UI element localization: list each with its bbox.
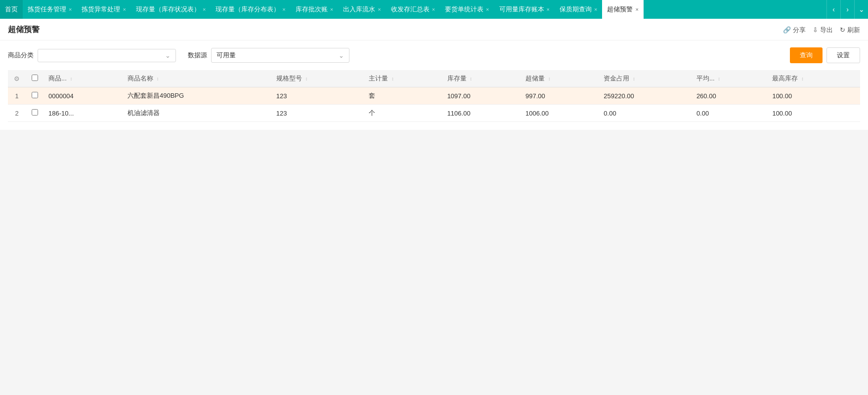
nav-quality[interactable]: 保质期查询 × bbox=[555, 0, 602, 19]
nav-close-icon[interactable]: × bbox=[282, 6, 285, 12]
row-capital: 259220.00 bbox=[599, 87, 692, 105]
nav-abnormal[interactable]: 拣货异常处理 × bbox=[77, 0, 130, 19]
nav-right-arrow[interactable]: › bbox=[840, 0, 854, 19]
category-label: 商品分类 bbox=[8, 51, 34, 60]
table-row: 1 0000004 六配套新昌490BPG 123 套 1097.00 997.… bbox=[8, 87, 860, 105]
row-checkbox-cell[interactable] bbox=[26, 87, 43, 105]
col-header-max: 最高库存 ↕ bbox=[767, 70, 860, 87]
share-icon: 🔗 bbox=[783, 26, 791, 34]
nav-overstock[interactable]: 超储预警 × bbox=[602, 0, 643, 19]
sort-icon[interactable]: ↕ bbox=[157, 76, 159, 81]
sort-icon[interactable]: ↕ bbox=[548, 76, 551, 81]
refresh-button[interactable]: ↻ 刷新 bbox=[840, 26, 860, 35]
nav-inout-flow-label: 出入库流水 bbox=[343, 5, 375, 14]
col-select-all[interactable] bbox=[26, 70, 43, 87]
col-settings[interactable]: ⚙ bbox=[8, 70, 26, 87]
nav-close-icon[interactable]: × bbox=[123, 6, 126, 12]
row-checkbox[interactable] bbox=[32, 109, 38, 116]
col-spec-label: 规格型号 bbox=[276, 75, 302, 82]
nav-close-icon[interactable]: × bbox=[330, 6, 333, 12]
nav-close-icon[interactable]: × bbox=[547, 6, 550, 12]
row-name: 机油滤清器 bbox=[123, 105, 271, 122]
nav-close-icon[interactable]: × bbox=[635, 6, 638, 12]
nav-batch[interactable]: 库存批次账 × bbox=[291, 0, 338, 19]
sort-icon[interactable]: ↕ bbox=[801, 76, 804, 81]
row-code: 186-10... bbox=[43, 105, 123, 122]
col-header-name: 商品名称 ↕ bbox=[123, 70, 271, 87]
nav-stock-dist[interactable]: 现存量（库存分布表） × bbox=[211, 0, 290, 19]
chevron-down-icon: ⌄ bbox=[165, 52, 171, 59]
nav-close-icon[interactable]: × bbox=[594, 6, 597, 12]
nav-inout-flow[interactable]: 出入库流水 × bbox=[338, 0, 386, 19]
row-unit: 套 bbox=[364, 87, 442, 105]
col-header-over: 超储量 ↕ bbox=[521, 70, 599, 87]
col-max-label: 最高库存 bbox=[772, 75, 798, 82]
table-wrapper: ⚙ 商品... ↕ 商品名称 ↕ 规格型号 ↕ bbox=[0, 70, 868, 130]
category-select[interactable]: ⌄ bbox=[38, 49, 176, 62]
nav-menu-arrow[interactable]: ⌄ bbox=[854, 0, 868, 19]
nav-scroll-arrows: ‹ › ⌄ bbox=[826, 0, 868, 19]
col-header-capital: 资金占用 ↕ bbox=[599, 70, 692, 87]
nav-home-label: 首页 bbox=[5, 5, 18, 14]
sort-icon[interactable]: ↕ bbox=[305, 76, 307, 81]
nav-left-arrow[interactable]: ‹ bbox=[826, 0, 840, 19]
col-header-stock: 库存量 ↕ bbox=[442, 70, 521, 87]
col-header-code: 商品... ↕ bbox=[43, 70, 123, 87]
export-button[interactable]: ⇩ 导出 bbox=[813, 26, 833, 35]
nav-demand[interactable]: 要货单统计表 × bbox=[440, 0, 494, 19]
col-over-label: 超储量 bbox=[525, 75, 545, 82]
datasource-filter: 数据源 可用量 ⌄ bbox=[188, 48, 349, 63]
row-capital: 0.00 bbox=[599, 105, 692, 122]
table-header: ⚙ 商品... ↕ 商品名称 ↕ 规格型号 ↕ bbox=[8, 70, 860, 87]
row-stock: 1106.00 bbox=[442, 105, 521, 122]
nav-home[interactable]: 首页 bbox=[0, 0, 23, 19]
query-button[interactable]: 查询 bbox=[790, 47, 823, 63]
sort-icon[interactable]: ↕ bbox=[391, 76, 394, 81]
sort-icon[interactable]: ↕ bbox=[70, 76, 72, 81]
sort-icon[interactable]: ↕ bbox=[718, 76, 720, 81]
table-row: 2 186-10... 机油滤清器 123 个 1106.00 1006.00 … bbox=[8, 105, 860, 122]
row-checkbox[interactable] bbox=[32, 92, 38, 98]
col-header-unit: 主计量 ↕ bbox=[364, 70, 442, 87]
nav-close-icon[interactable]: × bbox=[203, 6, 206, 12]
row-avg: 0.00 bbox=[692, 105, 768, 122]
row-number: 2 bbox=[8, 105, 26, 122]
nav-available[interactable]: 可用量库存账本 × bbox=[494, 0, 555, 19]
settings-button[interactable]: 设置 bbox=[826, 47, 860, 63]
col-header-avg: 平均... ↕ bbox=[692, 70, 768, 87]
col-header-spec: 规格型号 ↕ bbox=[271, 70, 364, 87]
chevron-down-icon: ⌄ bbox=[339, 52, 344, 59]
nav-close-icon[interactable]: × bbox=[378, 6, 381, 12]
nav-batch-label: 库存批次账 bbox=[296, 5, 328, 14]
gear-icon: ⚙ bbox=[14, 75, 20, 82]
share-button[interactable]: 🔗 分享 bbox=[783, 26, 806, 35]
page-title: 超储预警 bbox=[8, 25, 40, 35]
nav-stock-dist-label: 现存量（库存分布表） bbox=[216, 5, 280, 14]
export-label: 导出 bbox=[820, 26, 833, 35]
nav-close-icon[interactable]: × bbox=[486, 6, 489, 12]
datasource-label: 数据源 bbox=[188, 51, 207, 60]
row-max: 100.00 bbox=[767, 105, 860, 122]
sort-icon[interactable]: ↕ bbox=[470, 76, 472, 81]
row-number: 1 bbox=[8, 87, 26, 105]
nav-task-mgmt[interactable]: 拣货任务管理 × bbox=[23, 0, 77, 19]
select-all-checkbox[interactable] bbox=[32, 75, 38, 81]
nav-quality-label: 保质期查询 bbox=[560, 5, 592, 14]
nav-close-icon[interactable]: × bbox=[432, 6, 435, 12]
col-name-label: 商品名称 bbox=[128, 75, 153, 82]
export-icon: ⇩ bbox=[813, 26, 818, 34]
datasource-select[interactable]: 可用量 ⌄ bbox=[211, 48, 349, 63]
row-checkbox-cell[interactable] bbox=[26, 105, 43, 122]
nav-available-label: 可用量库存账本 bbox=[499, 5, 544, 14]
header-actions: 🔗 分享 ⇩ 导出 ↻ 刷新 bbox=[783, 26, 860, 35]
row-unit: 个 bbox=[364, 105, 442, 122]
nav-close-icon[interactable]: × bbox=[69, 6, 72, 12]
nav-stock-status[interactable]: 现存量（库存状况表） × bbox=[131, 0, 211, 19]
nav-summary[interactable]: 收发存汇总表 × bbox=[386, 0, 440, 19]
row-stock: 1097.00 bbox=[442, 87, 521, 105]
nav-overstock-label: 超储预警 bbox=[607, 5, 633, 14]
filter-area: 商品分类 ⌄ 数据源 可用量 ⌄ 查询 设置 bbox=[0, 40, 868, 70]
sort-icon[interactable]: ↕ bbox=[633, 76, 635, 81]
share-label: 分享 bbox=[793, 26, 806, 35]
row-over: 1006.00 bbox=[521, 105, 599, 122]
